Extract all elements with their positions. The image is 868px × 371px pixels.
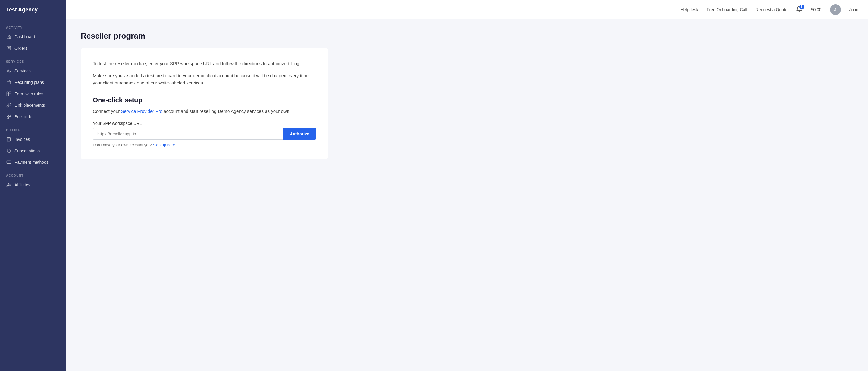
sidebar-item-invoices-label: Invoices xyxy=(14,137,30,142)
svg-rect-5 xyxy=(7,94,8,96)
sidebar-item-invoices[interactable]: Invoices xyxy=(0,134,66,145)
workspace-url-input[interactable] xyxy=(93,128,283,140)
svg-rect-4 xyxy=(9,92,11,93)
affiliates-icon xyxy=(6,182,11,188)
link-icon xyxy=(6,103,11,108)
onboarding-call-link[interactable]: Free Onboarding Call xyxy=(707,7,747,12)
setup-title: One-click setup xyxy=(93,96,316,104)
reseller-card: To test the reseller module, enter your … xyxy=(81,48,328,159)
account-balance: $0.00 xyxy=(811,7,822,12)
page-title: Reseller program xyxy=(81,31,854,41)
sidebar-item-dashboard[interactable]: Dashboard xyxy=(0,31,66,42)
sidebar-item-form-with-rules-label: Form with rules xyxy=(14,91,43,96)
connect-text: Connect your Service Provider Pro accoun… xyxy=(93,108,316,115)
connect-text-before: Connect your xyxy=(93,109,121,114)
sidebar-item-services-label: Services xyxy=(14,68,31,73)
main-content: Helpdesk Free Onboarding Call Request a … xyxy=(66,0,868,371)
signup-text: Don't have your own account yet? Sign up… xyxy=(93,143,316,147)
sidebar-item-payment-methods[interactable]: Payment methods xyxy=(0,156,66,168)
url-field-label: Your SPP workspace URL xyxy=(93,121,316,126)
svg-rect-3 xyxy=(7,92,8,93)
svg-rect-8 xyxy=(9,115,10,116)
sidebar-item-link-placements-label: Link placements xyxy=(14,103,45,108)
sidebar-item-payment-methods-label: Payment methods xyxy=(14,160,49,165)
orders-icon xyxy=(6,46,11,51)
info-paragraph-1: To test the reseller module, enter your … xyxy=(93,60,316,67)
sidebar-section-activity: ACTIVITY xyxy=(0,20,66,31)
sidebar-section-services: SERVICES xyxy=(0,54,66,65)
sidebar-item-affiliates[interactable]: Affiliates xyxy=(0,179,66,191)
svg-point-12 xyxy=(8,183,9,184)
sidebar-item-orders[interactable]: Orders xyxy=(0,42,66,54)
bulk-icon xyxy=(6,114,11,119)
sidebar-item-recurring-plans-label: Recurring plans xyxy=(14,80,44,85)
helpdesk-link[interactable]: Helpdesk xyxy=(681,7,698,12)
signup-before: Don't have your own account yet? xyxy=(93,143,153,147)
sidebar-item-subscriptions-label: Subscriptions xyxy=(14,148,40,153)
sidebar-section-account: ACCOUNT xyxy=(0,168,66,179)
home-icon xyxy=(6,34,11,39)
form-icon xyxy=(6,91,11,96)
payment-icon xyxy=(6,160,11,165)
sidebar-item-form-with-rules[interactable]: Form with rules xyxy=(0,88,66,99)
username: John xyxy=(849,7,858,12)
signup-link[interactable]: Sign up here. xyxy=(153,143,176,147)
url-input-row: Authorize xyxy=(93,128,316,140)
sidebar-item-subscriptions[interactable]: Subscriptions xyxy=(0,145,66,156)
sidebar-item-bulk-order-label: Bulk order xyxy=(14,114,34,119)
sidebar: Test Agency ACTIVITY Dashboard Orders SE… xyxy=(0,0,66,371)
sidebar-item-link-placements[interactable]: Link placements xyxy=(0,99,66,111)
app-logo: Test Agency xyxy=(0,0,66,20)
avatar: J xyxy=(830,4,841,15)
notification-badge: 1 xyxy=(799,4,804,9)
svg-rect-10 xyxy=(7,137,10,141)
sidebar-section-billing: BILLING xyxy=(0,122,66,134)
authorize-button[interactable]: Authorize xyxy=(283,128,316,140)
svg-point-14 xyxy=(10,184,11,186)
sidebar-item-bulk-order[interactable]: Bulk order xyxy=(0,111,66,122)
services-icon xyxy=(6,68,11,74)
sidebar-item-services[interactable]: Services xyxy=(0,65,66,77)
notification-bell[interactable]: 1 xyxy=(796,6,803,13)
info-paragraph-2: Make sure you've added a test credit car… xyxy=(93,72,316,87)
page-body: Reseller program To test the reseller mo… xyxy=(66,19,868,371)
sidebar-item-affiliates-label: Affiliates xyxy=(14,182,30,187)
connect-text-after: account and start reselling Demo Agency … xyxy=(162,109,290,114)
subscriptions-icon xyxy=(6,148,11,153)
svg-point-1 xyxy=(7,70,9,71)
svg-rect-7 xyxy=(7,115,8,116)
invoice-icon xyxy=(6,137,11,142)
sidebar-item-orders-label: Orders xyxy=(14,46,27,51)
svg-rect-9 xyxy=(7,117,8,118)
topnav: Helpdesk Free Onboarding Call Request a … xyxy=(66,0,868,19)
request-quote-link[interactable]: Request a Quote xyxy=(755,7,787,12)
svg-rect-2 xyxy=(7,81,10,84)
sidebar-item-recurring-plans[interactable]: Recurring plans xyxy=(0,77,66,88)
svg-point-13 xyxy=(7,184,7,186)
svg-rect-6 xyxy=(9,94,11,96)
recurring-icon xyxy=(6,80,11,85)
service-provider-pro-link[interactable]: Service Provider Pro xyxy=(121,109,162,114)
svg-rect-11 xyxy=(7,161,10,164)
sidebar-item-dashboard-label: Dashboard xyxy=(14,34,35,39)
